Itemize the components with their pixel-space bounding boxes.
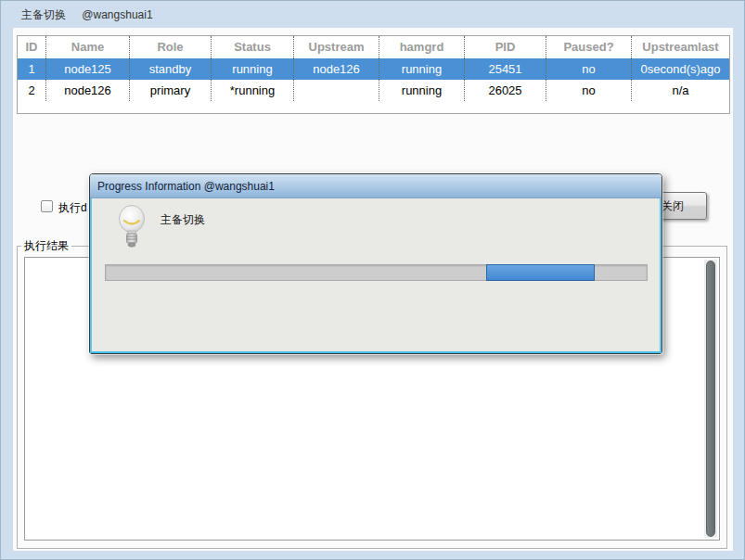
- dialog-title: Progress Information @wangshuai1: [97, 174, 275, 198]
- col-header-upstreamlast: Upstreamlast: [632, 36, 729, 58]
- col-header-status: Status: [212, 36, 294, 58]
- cell-role[interactable]: standby: [130, 58, 212, 80]
- cell-upstreamlast[interactable]: n/a: [632, 80, 729, 101]
- table-header-row: ID Name Role Status Upstream hamgrd PID …: [18, 36, 729, 58]
- col-header-role: Role: [130, 36, 212, 58]
- dry-run-checkbox[interactable]: [41, 200, 53, 212]
- col-header-hamgrd: hamgrd: [379, 36, 465, 58]
- result-groupbox-label: 执行结果: [21, 238, 71, 254]
- window-title: 主备切换 @wangshuai1: [21, 7, 153, 23]
- col-header-upstream: Upstream: [294, 36, 379, 58]
- window-title-text: 主备切换: [21, 8, 66, 21]
- cell-hamgrd[interactable]: running: [379, 58, 465, 80]
- cell-upstream[interactable]: [294, 80, 379, 101]
- col-header-pid: PID: [465, 36, 546, 58]
- col-header-id: ID: [18, 36, 46, 58]
- cell-pid[interactable]: 25451: [465, 58, 546, 80]
- cell-upstreamlast[interactable]: 0second(s)ago: [632, 58, 729, 80]
- table-row-node125[interactable]: 1 node125 standby running node126 runnin…: [18, 58, 729, 80]
- lightbulb-icon: [117, 205, 147, 249]
- cell-hamgrd[interactable]: running: [379, 80, 465, 101]
- dialog-message: 主备切换: [161, 212, 205, 228]
- col-header-name: Name: [46, 36, 130, 58]
- vertical-scrollbar[interactable]: [704, 260, 717, 538]
- cell-pid[interactable]: 26025: [465, 80, 546, 101]
- cell-status[interactable]: running: [212, 58, 294, 80]
- cell-name[interactable]: node125: [46, 58, 130, 80]
- cell-id[interactable]: 2: [18, 80, 46, 101]
- dialog-titlebar[interactable]: Progress Information @wangshuai1: [90, 174, 662, 198]
- cell-role[interactable]: primary: [130, 80, 212, 101]
- col-header-paused: Paused?: [546, 36, 632, 58]
- node-status-table: ID Name Role Status Upstream hamgrd PID …: [17, 35, 730, 114]
- cell-upstream[interactable]: node126: [294, 58, 379, 80]
- cell-paused[interactable]: no: [546, 58, 632, 80]
- cell-name[interactable]: node126: [46, 80, 130, 101]
- cell-status[interactable]: *running: [212, 80, 294, 101]
- dry-run-checkbox-label: 执行d: [58, 200, 87, 216]
- cell-id[interactable]: 1: [18, 58, 46, 80]
- window-title-user: @wangshuai1: [82, 8, 152, 21]
- cell-paused[interactable]: no: [546, 80, 632, 101]
- dialog-body: 主备切换: [90, 198, 662, 353]
- progress-bar-chunk: [486, 264, 595, 281]
- progress-bar: [105, 264, 648, 281]
- table-row-node126[interactable]: 2 node126 primary *running running 26025…: [18, 80, 729, 101]
- progress-dialog: Progress Information @wangshuai1: [89, 173, 662, 354]
- scrollbar-thumb[interactable]: [706, 261, 715, 537]
